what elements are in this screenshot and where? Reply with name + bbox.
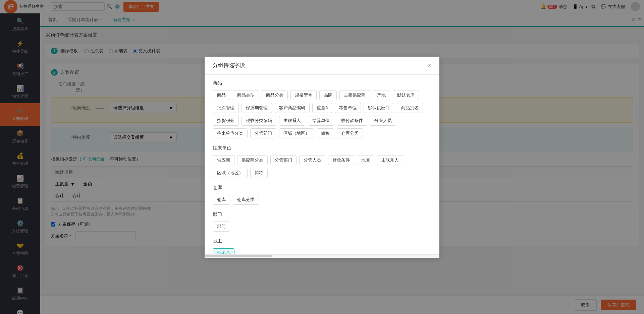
- field-tag[interactable]: 主要供应商: [339, 90, 370, 100]
- field-tag[interactable]: 地区: [357, 155, 374, 165]
- field-group-warehouse: 仓库 仓库 仓库分类: [213, 185, 431, 205]
- group-partner-title: 往来单位: [213, 145, 431, 151]
- group-employee-tags: 业务员: [213, 248, 431, 254]
- group-warehouse-title: 仓库: [213, 185, 431, 191]
- field-tag[interactable]: 分管人员: [299, 155, 325, 165]
- modal-body[interactable]: 商品 商品 商品类型 商品分类 规格型号 品牌 主要供应商 产地 默认仓库 批次…: [205, 75, 439, 254]
- modal-close-button[interactable]: ×: [428, 62, 431, 69]
- field-group-department: 部门 部门: [213, 211, 431, 232]
- field-tag[interactable]: 品牌: [319, 90, 337, 100]
- field-tag[interactable]: 区域（地区）: [279, 128, 314, 138]
- field-tag[interactable]: 简称: [317, 128, 334, 138]
- field-tag[interactable]: 仓库分类: [233, 195, 259, 205]
- modal-title: 分组待选字段: [213, 62, 245, 69]
- field-tag[interactable]: 商品类型: [233, 90, 259, 100]
- group-warehouse-tags: 仓库 仓库分类: [213, 195, 431, 205]
- group-product-title: 商品: [213, 80, 431, 86]
- field-tag[interactable]: 主联系人: [377, 155, 403, 165]
- field-tag[interactable]: 零售单位: [335, 103, 361, 113]
- field-tag[interactable]: 默认供应商: [364, 103, 394, 113]
- field-group-partner: 往来单位 供应商 供应商分类 分管部门 分管人员 付款条件 地区 主联系人 区域…: [213, 145, 431, 178]
- field-tag[interactable]: 分管部门: [250, 128, 276, 138]
- field-tag[interactable]: 结算单位: [308, 116, 334, 126]
- field-tag[interactable]: 主联系人: [279, 116, 305, 126]
- field-tag[interactable]: 分管人员: [370, 116, 396, 126]
- group-department-title: 部门: [213, 211, 431, 217]
- field-tag[interactable]: 往来单位分类: [213, 128, 248, 138]
- group-department-tags: 部门: [213, 222, 431, 232]
- field-tag-employee[interactable]: 业务员: [213, 248, 234, 254]
- field-tag[interactable]: 付款条件: [328, 155, 354, 165]
- field-tag[interactable]: 税收分类编码: [241, 116, 276, 126]
- modal-overlay: 分组待选字段 × 商品 商品 商品类型 商品分类 规格型号 品牌 主要供应商 产…: [0, 0, 644, 314]
- field-tag[interactable]: 收付款条件: [337, 116, 367, 126]
- field-tag[interactable]: 商品分类: [262, 90, 288, 100]
- modal-header: 分组待选字段 ×: [205, 57, 439, 75]
- group-partner-tags: 供应商 供应商分类 分管部门 分管人员 付款条件 地区 主联系人 区域（地区） …: [213, 155, 431, 178]
- field-group-product: 商品 商品 商品类型 商品分类 规格型号 品牌 主要供应商 产地 默认仓库 批次…: [213, 80, 431, 138]
- group-product-tags: 商品 商品类型 商品分类 规格型号 品牌 主要供应商 产地 默认仓库 批次管理 …: [213, 90, 431, 138]
- field-tag[interactable]: 仓库: [213, 195, 230, 205]
- field-tag[interactable]: 分管部门: [270, 155, 297, 165]
- field-tag[interactable]: 供应商: [213, 155, 234, 165]
- field-tag[interactable]: 区域（地区）: [213, 168, 248, 178]
- field-tag[interactable]: 简称: [250, 168, 268, 178]
- field-tag[interactable]: 客户商品编码: [275, 103, 310, 113]
- field-group-employee: 员工 业务员: [213, 238, 431, 254]
- field-tag[interactable]: 规格型号: [290, 90, 317, 100]
- modal-horizontal-scrollbar[interactable]: [205, 254, 439, 258]
- group-employee-title: 员工: [213, 238, 431, 244]
- field-tag[interactable]: 部门: [213, 222, 230, 232]
- field-tag[interactable]: 产地: [373, 90, 390, 100]
- field-tag[interactable]: 商品: [213, 90, 230, 100]
- field-tag[interactable]: 批次管理: [213, 103, 239, 113]
- field-tag[interactable]: 拣货积分: [213, 116, 239, 126]
- field-tag[interactable]: 供应商分类: [237, 155, 268, 165]
- field-tag[interactable]: 商品别名: [397, 103, 423, 113]
- scrollbar-thumb[interactable]: [205, 255, 272, 257]
- field-tag[interactable]: 重量3: [312, 103, 332, 113]
- field-tag[interactable]: 保质期管理: [241, 103, 272, 113]
- modal: 分组待选字段 × 商品 商品 商品类型 商品分类 规格型号 品牌 主要供应商 产…: [205, 57, 439, 258]
- field-tag[interactable]: 默认仓库: [393, 90, 419, 100]
- field-tag[interactable]: 仓库分类: [337, 128, 363, 138]
